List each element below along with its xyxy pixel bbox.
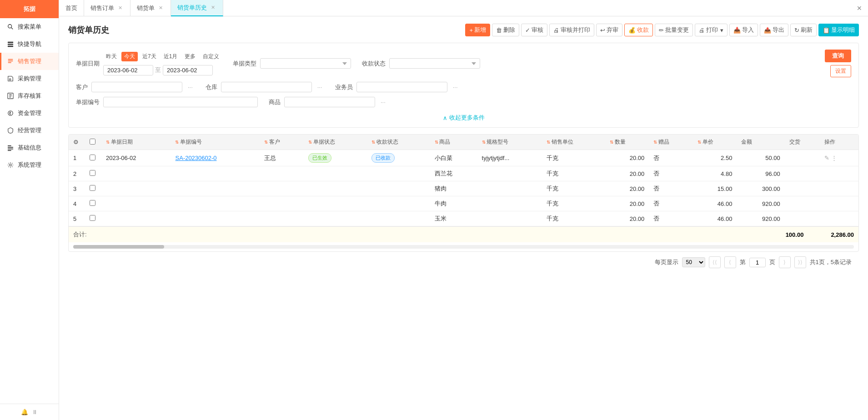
row-checkbox[interactable]: [90, 170, 95, 176]
row-doc-no[interactable]: [171, 196, 260, 211]
col-customer[interactable]: 客户: [260, 135, 304, 150]
row-action[interactable]: [820, 196, 858, 211]
sidebar-item-sys-admin[interactable]: 系统管理: [0, 156, 59, 174]
sidebar-item-search-menu[interactable]: 搜索菜单: [0, 18, 59, 35]
tab-sales-delivery[interactable]: 销货单 ✕: [130, 0, 171, 16]
discard-button[interactable]: ↩ 弃审: [596, 24, 622, 36]
shortcut-1month[interactable]: 近1月: [161, 52, 181, 61]
export-button[interactable]: 📤 导出: [760, 24, 788, 36]
row-check[interactable]: [85, 196, 101, 211]
salesperson-dots[interactable]: ···: [451, 83, 460, 91]
row-checkbox[interactable]: [90, 185, 95, 191]
row-check[interactable]: [85, 150, 101, 166]
sidebar-item-finance[interactable]: 资金管理: [0, 105, 59, 122]
date-from-input[interactable]: [103, 65, 153, 75]
last-page-button[interactable]: ⟩⟩: [794, 256, 806, 268]
table-scrollbar[interactable]: [69, 242, 858, 251]
warehouse-input[interactable]: [221, 82, 312, 92]
product-dots[interactable]: ···: [379, 98, 387, 106]
col-spec[interactable]: 规格型号: [477, 135, 542, 150]
col-price[interactable]: 单价: [693, 135, 737, 150]
more-icon[interactable]: ⋮: [831, 155, 837, 161]
row-action[interactable]: ✎⋮: [820, 150, 858, 166]
query-button[interactable]: 查询: [825, 50, 851, 62]
row-doc-no[interactable]: SA-20230602-0: [171, 150, 260, 166]
sidebar-item-operations[interactable]: 经营管理: [0, 122, 59, 139]
audit-button[interactable]: ✓ 审核: [521, 24, 547, 36]
sidebar-item-inventory[interactable]: 库存核算: [0, 87, 59, 105]
settings-button[interactable]: 设置: [830, 65, 851, 77]
warehouse-dots[interactable]: ···: [316, 83, 324, 91]
page-size-select[interactable]: 50 100 200: [682, 257, 705, 267]
col-gift[interactable]: 赠品: [649, 135, 693, 150]
scrollbar-thumb[interactable]: [73, 245, 164, 249]
print-button[interactable]: 🖨 打印 ▾: [695, 24, 728, 36]
first-page-button[interactable]: ⟨⟨: [709, 256, 721, 268]
tab-sales-order-close[interactable]: ✕: [117, 5, 124, 11]
tab-sales-history-close[interactable]: ✕: [210, 4, 216, 11]
page-input[interactable]: [749, 258, 766, 267]
select-all-checkbox[interactable]: [90, 139, 95, 145]
sidebar-item-purchase-mgmt[interactable]: 采购管理: [0, 70, 59, 87]
doc-no-input[interactable]: [103, 97, 258, 107]
col-gear[interactable]: ⚙: [69, 135, 85, 150]
shortcut-more[interactable]: 更多: [182, 52, 198, 61]
shortcut-7days[interactable]: 近7天: [140, 52, 159, 61]
col-check[interactable]: [85, 135, 101, 150]
row-checkbox[interactable]: [90, 155, 95, 160]
footer-label: 合计:: [73, 230, 87, 239]
shortcut-today[interactable]: 今天: [121, 52, 138, 61]
import-button[interactable]: 📥 导入: [729, 24, 758, 36]
row-check[interactable]: [85, 211, 101, 226]
product-input[interactable]: [284, 97, 375, 107]
tab-home[interactable]: 首页: [59, 0, 84, 16]
payment-status-select[interactable]: [389, 58, 480, 69]
show-detail-button[interactable]: 📋 显示明细: [818, 24, 859, 36]
date-to-input[interactable]: [163, 65, 213, 75]
tab-sales-history[interactable]: 销货单历史 ✕: [171, 0, 223, 16]
col-product[interactable]: 商品: [430, 135, 477, 150]
tab-bar-close-all[interactable]: ✕: [855, 4, 863, 12]
row-checkbox[interactable]: [90, 215, 95, 221]
gear-icon[interactable]: ⚙: [73, 139, 79, 145]
col-payment-status[interactable]: 收款状态: [367, 135, 430, 150]
sidebar-item-quick-nav[interactable]: 快捷导航: [0, 35, 59, 53]
col-qty[interactable]: 数量: [605, 135, 649, 150]
tab-sales-delivery-close[interactable]: ✕: [157, 5, 164, 11]
doc-no-link[interactable]: SA-20230602-0: [175, 155, 216, 161]
col-doc-date[interactable]: 单据日期: [101, 135, 171, 150]
row-check[interactable]: [85, 181, 101, 196]
row-action[interactable]: [820, 211, 858, 226]
next-page-button[interactable]: ⟩: [779, 256, 791, 268]
salesperson-input[interactable]: [356, 82, 447, 92]
sidebar-bottom-icon1[interactable]: 🔔: [21, 409, 28, 415]
col-unit[interactable]: 销售单位: [542, 135, 605, 150]
row-doc-no[interactable]: [171, 211, 260, 226]
row-action[interactable]: [820, 181, 858, 196]
sidebar-item-sales-mgmt[interactable]: 销售管理: [0, 53, 59, 70]
prev-page-button[interactable]: ⟨: [724, 256, 736, 268]
row-check[interactable]: [85, 166, 101, 181]
add-button[interactable]: + 新增: [465, 24, 490, 36]
shortcut-custom[interactable]: 自定义: [200, 52, 222, 61]
row-action[interactable]: [820, 166, 858, 181]
col-doc-status[interactable]: 单据状态: [304, 135, 367, 150]
sidebar-item-basic-info[interactable]: 基础信息: [0, 139, 59, 156]
customer-input[interactable]: [91, 82, 182, 92]
col-doc-no[interactable]: 单据编号: [171, 135, 260, 150]
edit-icon[interactable]: ✎: [824, 155, 829, 161]
audit-print-button[interactable]: 🖨 审核并打印: [549, 24, 594, 36]
shortcut-yesterday[interactable]: 昨天: [103, 52, 120, 61]
batch-change-button[interactable]: ✏ 批量变更: [655, 24, 693, 36]
sidebar-bottom-icon2[interactable]: ⏸: [32, 409, 38, 415]
row-checkbox[interactable]: [90, 200, 95, 206]
collect-button[interactable]: 💰 收款: [624, 24, 653, 36]
tab-sales-order[interactable]: 销售订单 ✕: [84, 0, 130, 16]
row-doc-no[interactable]: [171, 181, 260, 196]
customer-dots[interactable]: ···: [186, 83, 195, 91]
refresh-button[interactable]: ↻ 刷新: [790, 24, 817, 36]
doc-type-select[interactable]: [260, 58, 351, 69]
row-doc-no[interactable]: [171, 166, 260, 181]
delete-button[interactable]: 🗑 删除: [492, 24, 519, 36]
collapse-button[interactable]: ∧ 收起更多条件: [76, 112, 851, 124]
